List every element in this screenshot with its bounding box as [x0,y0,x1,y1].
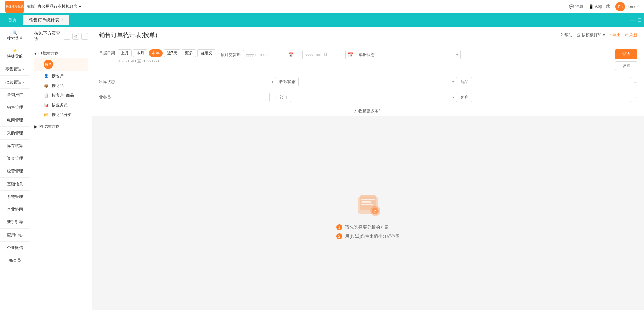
sidebar-item-operations[interactable]: 经营管理 [0,165,30,178]
search-icon: 🔍 [12,30,17,35]
sidebar-item-system[interactable]: 系统管理 [0,191,30,203]
topbar-right: 💬 消息 📱 App下载 Ea demo2 [569,2,639,11]
custom-date-btn[interactable]: 自定义 [197,49,215,57]
add-scheme-button[interactable]: + [64,33,70,40]
out-status-select[interactable] [118,77,276,86]
help-button[interactable]: ? 帮助 [560,32,572,38]
sidebar-item-wholesale[interactable]: 批发管理 ▴ [0,76,30,89]
salesperson-more-icon[interactable]: ··· [272,95,276,100]
sidebar-item-inventory[interactable]: 库存核算 [0,140,30,152]
setting-button[interactable]: 设置 [615,61,637,70]
customer-input[interactable] [471,93,631,102]
mobile-group-arrow-icon: ▶ [34,124,37,129]
message-button[interactable]: 💬 消息 [569,4,583,9]
pc-group-arrow-icon: ▾ [34,51,36,56]
user-menu[interactable]: Ea demo2 [615,2,639,11]
export-button[interactable]: ↑ 导出 [609,32,621,38]
page-title: 销售订单统计表(按单) [99,31,157,39]
more-date-btn[interactable]: 更多 [182,49,196,57]
app-download-button[interactable]: 📱 App下载 [589,4,610,9]
scheme-item-by-salesperson[interactable]: 📊 按业务员 [34,100,88,110]
dept-select[interactable] [290,93,457,102]
maximize-icon[interactable]: □ [638,17,641,23]
company-name: 办公用品行业模拟账套 [38,4,78,9]
print-button[interactable]: 🖨 按模板打印 ▾ [576,32,605,38]
pc-group-label: 电脑端方案 [38,51,58,56]
scheme-item-by-customer[interactable]: 👤 按客户 [34,71,88,81]
scheme-category-label: 按商品分类 [52,112,72,118]
doc-status-select[interactable] [377,50,461,59]
nav-tabs: 首页 销售订单统计表 × — □ [0,13,644,27]
payment-status-select[interactable] [298,77,457,86]
sidebar-finance-label: 资金管理 [7,156,23,161]
scheme-item-by-goods-category[interactable]: 📂 按商品分类 [34,110,88,120]
sidebar-item-purchase[interactable]: 采购管理 [0,127,30,140]
sidebar-item-ecommerce[interactable]: 电商管理 [0,114,30,127]
sidebar-operations-label: 经营管理 [7,168,23,174]
export-label: 导出 [612,32,621,38]
sidebar-item-apps[interactable]: 应用中心 [0,229,30,242]
tab-close-icon[interactable]: × [61,18,64,22]
collapse-icon: « [84,34,86,39]
goods-more-icon[interactable]: ··· [634,79,637,84]
empty-state: ? 1 请先选择要分析的方案 2 用[过滤]条件来缩小分析范围 [336,187,400,239]
customer-more-icon[interactable]: ··· [634,95,637,100]
active-dot: 按单 [44,60,53,69]
expected-date-end[interactable] [302,50,346,59]
message-label: 消息 [575,4,583,9]
collapse-filter-button[interactable]: ∧ 收起更多条件 [92,106,644,116]
scheme-settings-button[interactable]: ⚙ [72,33,79,40]
mobile-scheme-group-title[interactable]: ▶ 移动端方案 [34,122,88,131]
sidebar-item-wechat[interactable]: 企业微信 [0,242,30,254]
sidebar-item-sales[interactable]: 销售管理 [0,101,30,114]
sidebar-item-marketing[interactable]: 营销推广 [0,89,30,101]
date-dash: — [296,52,300,57]
scheme-item-by-goods[interactable]: 📦 按商品 [34,81,88,91]
tab-home[interactable]: 首页 [3,15,22,25]
tip-num-1: 1 [336,224,342,230]
sidebar-shortcut[interactable]: ⚡ 快捷导航 [0,45,30,63]
last7days-btn[interactable]: 近7天 [164,49,180,57]
this-year-btn[interactable]: 本年 [149,49,163,57]
help-label: 帮助 [564,32,572,38]
calendar-end-icon[interactable]: 📅 [348,52,353,57]
scheme-salesperson-label: 按业务员 [52,102,68,108]
sidebar-marketing-label: 营销推广 [7,92,23,98]
calendar-start-icon[interactable]: 📅 [288,52,294,57]
sidebar-item-finance[interactable]: 资金管理 [0,152,30,165]
company-selector[interactable]: 办公用品行业模拟账套 ▾ [38,4,81,9]
goods-input[interactable] [471,77,631,86]
avatar-text: Ea [618,5,623,9]
tab-sales-label: 销售订单统计表 [29,17,59,23]
sidebar-item-basic[interactable]: 基础信息 [0,178,30,191]
sidebar-item-member[interactable]: 畅会员 [0,254,30,267]
last-month-btn[interactable]: 上月 [118,49,132,57]
tab-sales-order-stats[interactable]: 销售订单统计表 × [23,15,69,25]
sidebar-item-retail[interactable]: 零售管理 ▾ [0,63,30,76]
svg-rect-3 [361,201,371,203]
pc-scheme-group-title[interactable]: ▾ 电脑端方案 [34,49,88,58]
this-month-btn[interactable]: 本月 [133,49,147,57]
help-icon: ? [560,33,563,37]
tip-text-1: 请先选择要分析的方案 [345,224,389,230]
left-panel-actions: + ⚙ « [64,33,88,40]
category-scheme-icon: 📂 [44,112,49,118]
wholesale-arrow-icon: ▴ [23,80,24,84]
collapse-panel-button[interactable]: « [81,33,88,40]
sidebar-shortcut-label: 快捷导航 [7,54,23,59]
shortcut-icon: ⚡ [12,48,17,53]
query-button[interactable]: 查询 [615,49,637,59]
tip-num-2: 2 [336,233,342,239]
scheme-item-by-order[interactable]: 按单 [34,58,88,71]
sidebar-item-guide[interactable]: 新手引导 [0,216,30,229]
salesperson-input[interactable] [114,93,270,102]
minimize-icon[interactable]: — [630,17,635,23]
dept-label: 部门 [279,95,287,100]
sidebar-item-collaboration[interactable]: 企业协同 [0,203,30,216]
expected-date-start[interactable] [243,50,286,59]
refresh-button[interactable]: ↺ 刷新 [625,32,637,38]
scheme-item-by-customer-goods[interactable]: 📋 按客户+商品 [34,91,88,100]
sidebar-search[interactable]: 🔍 搜索菜单 [0,27,30,45]
collapse-label: 收起更多条件 [358,108,382,114]
date-range-display: 2023-01-01 至 2023-12-31 [117,59,161,63]
